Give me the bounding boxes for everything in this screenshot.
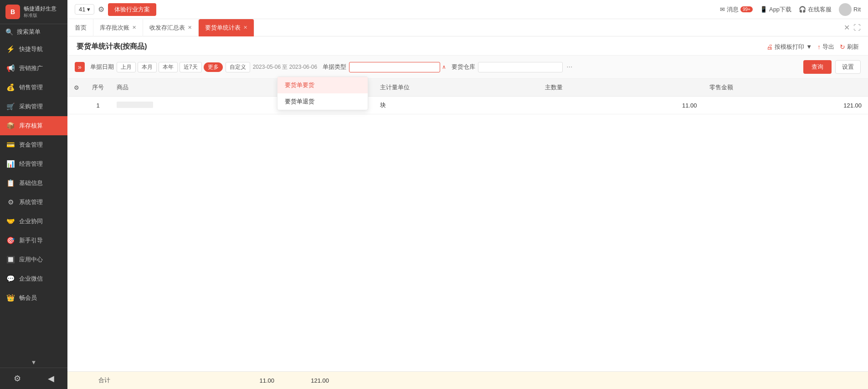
message-icon: ✉ xyxy=(720,6,725,13)
dropdown-option-1[interactable]: 要货单退货 xyxy=(277,93,368,110)
type-filter-input[interactable] xyxy=(349,62,440,72)
query-button[interactable]: 查询 xyxy=(803,60,832,74)
sidebar-item-sales[interactable]: 💰 销售管理 xyxy=(0,78,67,97)
sidebar-item-finance[interactable]: 💳 资金管理 xyxy=(0,135,67,154)
store-dropdown-icon: ▾ xyxy=(87,6,90,13)
sidebar-item-inventory[interactable]: 📦 库存核算 xyxy=(0,116,67,135)
col-amount-header: 零售金额 xyxy=(703,79,868,97)
top-bar-right: ✉ 消息 99+ 📱 App下载 🎧 在线客服 Rit xyxy=(720,3,861,16)
sidebar-search[interactable]: 🔍 搜索菜单 xyxy=(0,24,67,40)
sidebar-item-quick-nav[interactable]: ⚡ 快捷导航 xyxy=(0,40,67,59)
filter-expand-button[interactable]: » xyxy=(75,62,85,72)
sidebar-item-enterprise[interactable]: 🤝 企业协同 xyxy=(0,212,67,231)
tab-home-label: 首页 xyxy=(75,24,87,32)
table-footer: 合计 11.00 121.00 xyxy=(67,371,868,389)
sidebar-item-label-operations: 经营管理 xyxy=(19,160,43,168)
sidebar-item-guide[interactable]: 🎯 新手引导 xyxy=(0,231,67,250)
settings-button[interactable]: 设置 xyxy=(835,60,861,74)
tab-inventory-batch-close[interactable]: ✕ xyxy=(132,25,136,31)
store-number: 41 xyxy=(79,6,85,13)
main-content: 41 ▾ ⚙ 体验行业方案 ✉ 消息 99+ 📱 App下载 🎧 在 xyxy=(67,0,868,389)
date-btn-last-7-days[interactable]: 近7天 xyxy=(180,62,202,72)
sidebar-logo: B 畅捷通好生意 标准版 xyxy=(0,0,67,24)
filter-actions: 查询 设置 xyxy=(803,60,861,74)
date-quick-buttons: 上月 本月 本年 近7天 更多 xyxy=(117,62,223,72)
user-name: Rit xyxy=(853,6,861,13)
print-label: 按模板打印 xyxy=(775,43,804,51)
date-btn-this-year[interactable]: 本年 xyxy=(159,62,178,72)
sidebar-bottom: ⚙ ◀ xyxy=(0,368,67,389)
sidebar-item-label-enterprise: 企业协同 xyxy=(19,217,43,225)
tab-bar: 首页 库存批次账 ✕ 收发存汇总表 ✕ 要货单统计表 ✕ ✕ ⛶ xyxy=(67,19,868,36)
type-dropdown-arrow[interactable]: ∧ xyxy=(442,64,446,70)
print-btn[interactable]: 🖨 按模板打印 ▼ xyxy=(766,43,812,51)
tab-order-summary-label: 要货单统计表 xyxy=(205,24,241,32)
tab-home[interactable]: 首页 xyxy=(71,19,93,36)
collapse-icon[interactable]: ◀ xyxy=(44,372,58,385)
app-download-btn[interactable]: 📱 App下载 xyxy=(760,5,791,14)
messages-btn[interactable]: ✉ 消息 99+ xyxy=(720,5,753,14)
member-icon: 👑 xyxy=(5,293,15,303)
sidebar-scroll-down[interactable]: ▼ xyxy=(0,357,67,368)
type-filter-group: 单据类型 ∧ xyxy=(323,62,446,72)
tab-order-summary-close[interactable]: ✕ xyxy=(243,25,247,31)
guide-icon: 🎯 xyxy=(5,235,15,246)
page-header: 要货单统计表(按商品) 🖨 按模板打印 ▼ ↑ 导出 ↻ 刷新 xyxy=(67,36,868,56)
sidebar-item-label-basic: 基础信息 xyxy=(19,179,43,187)
trial-button[interactable]: 体验行业方案 xyxy=(108,3,156,16)
online-service-btn[interactable]: 🎧 在线客服 xyxy=(799,5,832,14)
col-settings-header[interactable]: ⚙ xyxy=(67,79,86,97)
quick-nav-icon: ⚡ xyxy=(5,44,15,54)
dropdown-option-0[interactable]: 要货单要货 xyxy=(277,77,368,93)
sidebar-item-purchase[interactable]: 🛒 采购管理 xyxy=(0,97,67,116)
row-amount: 121.00 xyxy=(703,97,868,114)
col-num-header: 序号 xyxy=(86,79,110,97)
operations-icon: 📊 xyxy=(5,159,15,169)
tab-recv-summary-close[interactable]: ✕ xyxy=(188,25,192,31)
sidebar-item-basic[interactable]: 📋 基础信息 xyxy=(0,174,67,193)
sidebar-item-wechat[interactable]: 💬 企业微信 xyxy=(0,269,67,288)
tab-close-all-btn[interactable]: ✕ xyxy=(844,23,850,32)
warehouse-filter-input[interactable] xyxy=(478,62,563,72)
warehouse-filter-label: 要货仓库 xyxy=(452,63,475,71)
refresh-label: 刷新 xyxy=(847,43,859,51)
tab-recv-summary[interactable]: 收发存汇总表 ✕ xyxy=(143,19,199,36)
tab-expand-btn[interactable]: ⛶ xyxy=(853,24,861,32)
date-custom-button[interactable]: 自定义 xyxy=(226,62,250,72)
date-range-text: 2023-05-06 至 2023-06-06 xyxy=(253,63,317,71)
top-bar: 41 ▾ ⚙ 体验行业方案 ✉ 消息 99+ 📱 App下载 🎧 在 xyxy=(67,0,868,19)
settings-col-icon: ⚙ xyxy=(74,84,79,91)
tab-inventory-batch[interactable]: 库存批次账 ✕ xyxy=(93,19,143,36)
sidebar-item-marketing[interactable]: 📢 营销推广 xyxy=(0,59,67,78)
topbar-settings-icon[interactable]: ⚙ xyxy=(98,5,104,14)
filter-bar: » 单据日期 上月 本月 本年 近7天 更多 自定义 2023-05-06 至 … xyxy=(67,56,868,79)
print-icon: 🖨 xyxy=(766,43,773,51)
tab-order-summary[interactable]: 要货单统计表 ✕ xyxy=(199,19,254,36)
sidebar-item-appstore[interactable]: 🔲 应用中心 xyxy=(0,250,67,269)
user-avatar-btn[interactable]: Rit xyxy=(839,3,861,16)
brand-sub: 标准版 xyxy=(24,12,56,18)
sidebar-item-member[interactable]: 👑 畅会员 xyxy=(0,288,67,307)
top-bar-left: 41 ▾ ⚙ 体验行业方案 xyxy=(75,3,156,16)
product-placeholder xyxy=(117,102,153,108)
tab-controls: ✕ ⛶ xyxy=(844,23,864,32)
refresh-btn[interactable]: ↻ 刷新 xyxy=(840,43,859,51)
marketing-icon: 📢 xyxy=(5,63,15,73)
date-btn-last-month[interactable]: 上月 xyxy=(117,62,136,72)
sidebar-item-system[interactable]: ⚙ 系统管理 xyxy=(0,193,67,212)
app-icon: 📱 xyxy=(760,6,767,13)
export-icon: ↑ xyxy=(817,43,821,51)
settings-bottom-icon[interactable]: ⚙ xyxy=(10,372,25,385)
search-label: 搜索菜单 xyxy=(17,28,41,36)
warehouse-more-icon[interactable]: ··· xyxy=(566,63,572,71)
sidebar-item-label-finance: 资金管理 xyxy=(19,141,43,149)
search-icon: 🔍 xyxy=(5,28,13,36)
export-btn[interactable]: ↑ 导出 xyxy=(817,43,834,51)
date-btn-more[interactable]: 更多 xyxy=(204,62,223,72)
appstore-icon: 🔲 xyxy=(5,255,15,265)
row-quantity: 11.00 xyxy=(539,97,704,114)
sales-icon: 💰 xyxy=(5,82,15,92)
date-btn-this-month[interactable]: 本月 xyxy=(138,62,157,72)
sidebar-item-operations[interactable]: 📊 经营管理 xyxy=(0,154,67,174)
store-selector[interactable]: 41 ▾ xyxy=(75,4,94,15)
